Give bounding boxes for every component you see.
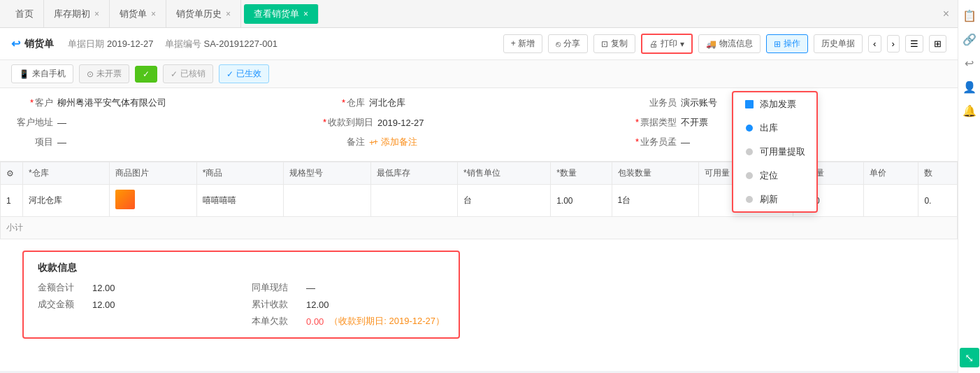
add-note-button[interactable]: + + 添加备注 xyxy=(369,136,417,148)
col-image: 商品图片 xyxy=(110,162,196,185)
locate-label: 定位 xyxy=(760,169,778,182)
confirm-button[interactable]: ✓ xyxy=(135,66,157,83)
copy-button[interactable]: ⊡ 复制 xyxy=(593,34,635,53)
right-sidebar: 📋 🔗 ↩ 👤 🔔 ⤡ xyxy=(958,0,980,371)
logistics-button[interactable]: 🚚 物流信息 xyxy=(698,34,761,53)
tab-inventory-init[interactable]: 库存期初 × xyxy=(44,0,110,27)
row-quantity: 1.00 xyxy=(551,185,612,217)
sidebar-icon-2[interactable]: 🔗 xyxy=(960,29,979,49)
tab-close-view[interactable]: × xyxy=(303,9,308,19)
doc-header: ↩ 销货单 单据日期 2019-12-27 单据编号 SA-20191227-0… xyxy=(0,28,958,60)
closed-badge[interactable]: ✓ 已核销 xyxy=(163,64,213,83)
tab-sales-order[interactable]: 销货单 × xyxy=(110,0,166,27)
row-spec xyxy=(284,185,370,217)
owed-value: 0.00 xyxy=(306,316,324,327)
outbound-icon xyxy=(744,123,754,133)
payment-cumulative: 累计收款 12.00 xyxy=(252,298,445,311)
payment-grid: 金额合计 12.00 同单现结 — 成交金额 12.00 累计收款 xyxy=(38,281,445,328)
effective-icon: ✓ xyxy=(226,69,233,79)
sidebar-icon-1[interactable]: 📋 xyxy=(960,6,979,25)
add-button[interactable]: + 新增 xyxy=(503,34,542,53)
product-image xyxy=(115,190,135,209)
tab-home[interactable]: 首页 xyxy=(6,0,44,27)
share-button[interactable]: ⎋ 分享 xyxy=(548,34,588,53)
doc-meta: 单据日期 2019-12-27 单据编号 SA-20191227-001 xyxy=(68,38,503,50)
view1-button[interactable]: ☰ xyxy=(905,35,923,52)
actual-label: 成交金额 xyxy=(38,298,87,311)
col-warehouse: *仓库 xyxy=(23,162,110,185)
phone-icon: 📱 xyxy=(19,69,29,79)
dropdown-locate[interactable]: 定位 xyxy=(733,164,816,188)
view2-button[interactable]: ⊞ xyxy=(929,35,946,52)
dropdown-refresh[interactable]: 刷新 xyxy=(733,188,816,211)
col-min-stock: 最低库存 xyxy=(370,162,457,185)
dropdown-outbound[interactable]: 出库 xyxy=(733,116,816,140)
prev-button[interactable]: ‹ xyxy=(868,35,881,52)
due-note: （收款到期日: 2019-12-27） xyxy=(329,315,445,328)
note-label: 备注 xyxy=(323,136,365,148)
col-price: 单价 xyxy=(863,162,918,185)
tab-close-history[interactable]: × xyxy=(226,9,231,19)
form-address: 客户地址 — xyxy=(11,116,323,129)
available-qty-label: 可用量提取 xyxy=(760,146,805,158)
form-project: 项目 — xyxy=(11,136,323,148)
project-value: — xyxy=(57,137,66,148)
col-product: *商品 xyxy=(196,162,283,185)
project-label: 项目 xyxy=(11,136,53,148)
doc-title-icon: ↩ xyxy=(11,37,20,50)
total-label: 金额合计 xyxy=(38,281,87,294)
operation-button[interactable]: ⊞ 操作 xyxy=(766,34,808,53)
payment-total: 金额合计 12.00 xyxy=(38,281,231,294)
ticket-type-label: 票据类型 xyxy=(635,116,677,129)
window-close-icon[interactable]: × xyxy=(943,8,949,20)
payment-actual: 成交金额 12.00 xyxy=(38,298,231,311)
same-order-value: — xyxy=(306,283,315,293)
owed-label: 本单欠款 xyxy=(252,315,301,328)
col-unit: *销售单位 xyxy=(457,162,550,185)
ticket-icon: ⊙ xyxy=(87,69,94,79)
sidebar-icon-3[interactable]: ↩ xyxy=(960,53,979,73)
history-button[interactable]: 历史单据 xyxy=(814,34,863,53)
customer-value: 柳州粤港平安气体有限公司 xyxy=(57,97,166,109)
staff-label: 业务员 xyxy=(635,97,677,109)
dropdown-add-invoice[interactable]: 添加发票 xyxy=(733,92,816,116)
not-open-button[interactable]: ⊙ 未开票 xyxy=(79,64,129,83)
subtotal-label: 小计 xyxy=(1,217,958,239)
print-icon: 🖨 xyxy=(649,39,658,49)
doc-title-area: ↩ 销货单 xyxy=(11,37,54,50)
sidebar-icon-expand[interactable]: ⤡ xyxy=(960,348,979,367)
col-gear: ⚙ xyxy=(1,162,23,185)
due-date-value: 2019-12-27 xyxy=(377,118,424,128)
from-phone-button[interactable]: 📱 来自手机 xyxy=(11,64,73,83)
doc-date-value: 2019-12-27 xyxy=(107,38,154,49)
closed-icon: ✓ xyxy=(171,69,178,79)
row-unit: 台 xyxy=(457,185,550,217)
print-button[interactable]: 🖨 打印 ▾ xyxy=(641,34,693,54)
row-price xyxy=(863,185,918,217)
main-content: ↩ 销货单 单据日期 2019-12-27 单据编号 SA-20191227-0… xyxy=(0,28,958,371)
dropdown-available-qty[interactable]: 可用量提取 xyxy=(733,140,816,164)
doc-number-label: 单据编号 xyxy=(165,38,201,50)
form-warehouse: 仓库 河北仓库 xyxy=(323,97,635,109)
total-value: 12.00 xyxy=(92,283,115,293)
ticket-type-value: 不开票 xyxy=(681,116,708,129)
payment-title: 收款信息 xyxy=(38,262,445,274)
form-customer: 客户 柳州粤港平安气体有限公司 xyxy=(11,97,323,109)
doc-number-value: SA-20191227-001 xyxy=(204,38,278,49)
row-amount: 0. xyxy=(918,185,958,217)
tab-close-sales[interactable]: × xyxy=(151,9,156,19)
payment-same-order: 同单现结 — xyxy=(252,281,445,294)
tab-view-sales[interactable]: 查看销货单 × xyxy=(244,4,319,24)
sidebar-icon-5[interactable]: 🔔 xyxy=(960,101,979,120)
tab-sales-history[interactable]: 销货单历史 × xyxy=(166,0,241,27)
cumulative-label: 累计收款 xyxy=(252,298,301,311)
tab-close-inventory[interactable]: × xyxy=(94,9,99,19)
same-order-label: 同单现结 xyxy=(252,281,301,294)
sidebar-icon-4[interactable]: 👤 xyxy=(960,77,979,97)
row-min-stock xyxy=(370,185,457,217)
customer-label: 客户 xyxy=(11,97,53,109)
doc-actions: + 新增 ⎋ 分享 ⊡ 复制 🖨 打印 ▾ 🚚 xyxy=(503,34,946,54)
next-button[interactable]: › xyxy=(887,35,900,52)
tab-bar: 首页 库存期初 × 销货单 × 销货单历史 × 查看销货单 × × xyxy=(0,0,958,28)
effective-badge[interactable]: ✓ 已生效 xyxy=(219,64,269,83)
